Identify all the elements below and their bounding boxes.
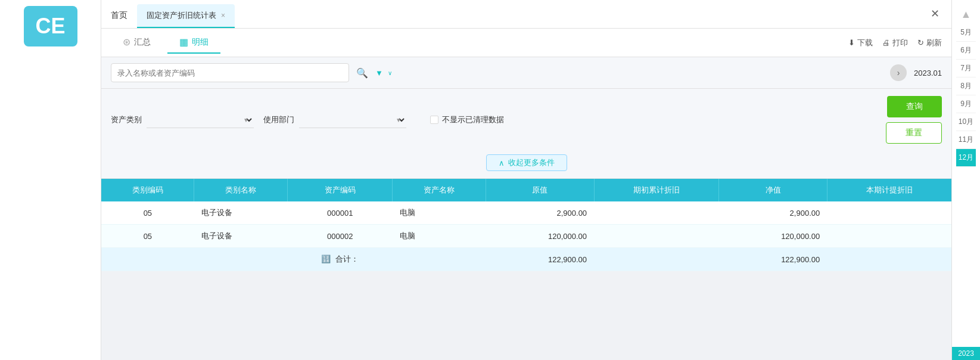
- sub-tab-summary-label: 汇总: [134, 37, 151, 48]
- arrow-right-icon: ›: [897, 68, 900, 77]
- total-current-dep: [827, 248, 951, 271]
- cell-current-dep: [827, 225, 951, 248]
- left-sidebar: CE: [0, 0, 101, 360]
- collapse-row: ∧ 收起更多条件: [111, 150, 942, 173]
- total-original-value: 122,900.00: [486, 248, 594, 271]
- cell-current-dep: [827, 201, 951, 225]
- sub-tab-actions: ⬇ 下载 🖨 打印 ↻ 刷新: [848, 38, 942, 48]
- tab-summary[interactable]: ⊛ 汇总: [111, 32, 163, 54]
- month-item[interactable]: 8月: [956, 77, 976, 95]
- print-label: 打印: [892, 38, 908, 48]
- filter-row-1: 资产类别 ▼ 使用部门 ▼ 不显示已清理数: [111, 96, 942, 144]
- table-wrapper: 类别编码 类别名称 资产编码 资产名称 原值 期初累计折旧 净值 本期计提折旧 …: [101, 179, 951, 360]
- total-net-value: 122,900.00: [719, 248, 827, 271]
- hide-cleared-label: 不显示已清理数据: [442, 114, 504, 125]
- cell-net-value: 120,000.00: [719, 225, 827, 248]
- refresh-button[interactable]: ↻ 刷新: [917, 38, 942, 48]
- search-input[interactable]: [111, 63, 349, 82]
- cell-asset-name: 电脑: [393, 225, 486, 248]
- collapse-up-icon: ∧: [499, 159, 505, 167]
- table-row: 05 电子设备 000001 电脑 2,900.00 2,900.00: [101, 201, 951, 225]
- filter-department: 使用部门 ▼: [263, 111, 402, 128]
- cell-asset-name: 电脑: [393, 201, 486, 225]
- cell-original-value: 120,000.00: [486, 225, 594, 248]
- total-cell-1: [101, 248, 194, 271]
- total-cell-3: [393, 248, 486, 271]
- search-icon[interactable]: 🔍: [356, 67, 368, 79]
- print-button[interactable]: 🖨 打印: [882, 38, 908, 48]
- total-icon: 🔢: [321, 255, 331, 263]
- summary-icon: ⊛: [123, 36, 130, 48]
- col-header-asset-code: 资产编码: [288, 179, 393, 201]
- table-header-row: 类别编码 类别名称 资产编码 资产名称 原值 期初累计折旧 净值 本期计提折旧: [101, 179, 951, 201]
- cell-accumulated-dep: [594, 225, 719, 248]
- filter-asset-type: 资产类别 ▼: [111, 111, 249, 128]
- col-header-asset-name: 资产名称: [393, 179, 486, 201]
- department-label: 使用部门: [263, 114, 294, 125]
- month-item[interactable]: 10月: [956, 113, 976, 131]
- collapse-button[interactable]: ∧ 收起更多条件: [486, 154, 567, 171]
- chevron-down-icon: ∨: [388, 70, 392, 76]
- tab-detail[interactable]: ▦ 明细: [167, 32, 220, 54]
- col-header-category-code: 类别编码: [101, 179, 194, 201]
- cell-accumulated-dep: [594, 201, 719, 225]
- month-item[interactable]: 11月: [956, 131, 976, 149]
- total-accumulated-dep: [594, 248, 719, 271]
- month-item[interactable]: 12月: [956, 149, 976, 167]
- reset-button[interactable]: 重置: [886, 122, 942, 144]
- more-filter-button[interactable]: ▼ ∨: [375, 69, 392, 77]
- query-button[interactable]: 查询: [887, 96, 942, 117]
- tab-active[interactable]: 固定资产折旧统计表 ×: [137, 4, 235, 28]
- refresh-icon: ↻: [917, 38, 924, 47]
- asset-type-arrow-icon: ▼: [243, 117, 249, 123]
- date-label: 2023.01: [914, 69, 942, 77]
- tab-active-label: 固定资产折旧统计表: [147, 10, 216, 21]
- data-table: 类别编码 类别名称 资产编码 资产名称 原值 期初累计折旧 净值 本期计提折旧 …: [101, 179, 951, 271]
- col-header-net-value: 净值: [719, 179, 827, 201]
- filter-area: 资产类别 ▼ 使用部门 ▼ 不显示已清理数: [101, 89, 951, 179]
- hide-cleared-checkbox[interactable]: [430, 116, 438, 124]
- asset-type-select[interactable]: [147, 111, 254, 128]
- col-header-accumulated-dep: 期初累计折旧: [594, 179, 719, 201]
- total-cell-2: [194, 248, 288, 271]
- download-label: 下载: [857, 38, 873, 48]
- cell-asset-code: 000002: [288, 225, 393, 248]
- total-row: 🔢 合计： 122,900.00 122,900.00: [101, 248, 951, 271]
- nav-arrow-button[interactable]: ›: [890, 64, 907, 81]
- col-header-original-value: 原值: [486, 179, 594, 201]
- month-item[interactable]: 5月: [956, 24, 976, 42]
- logo-text: CE: [35, 14, 65, 39]
- print-icon: 🖨: [882, 38, 890, 47]
- right-sidebar: ▲ 5月6月7月8月9月10月11月12月 2023: [951, 0, 980, 360]
- department-select[interactable]: [299, 111, 406, 128]
- months-container: 5月6月7月8月9月10月11月12月: [956, 24, 976, 167]
- search-bar: 🔍 ▼ ∨ › 2023.01: [101, 57, 951, 89]
- cell-original-value: 2,900.00: [486, 201, 594, 225]
- tab-close-icon[interactable]: ×: [221, 11, 225, 20]
- asset-type-label: 资产类别: [111, 114, 142, 125]
- month-item[interactable]: 9月: [956, 95, 976, 113]
- cell-category-name: 电子设备: [194, 225, 288, 248]
- detail-icon: ▦: [179, 36, 188, 48]
- sub-tab-detail-label: 明细: [192, 37, 209, 48]
- cell-category-code: 05: [101, 225, 194, 248]
- total-label: 合计：: [335, 255, 359, 263]
- month-item[interactable]: 7月: [956, 60, 976, 77]
- tab-home-label: 首页: [111, 10, 127, 21]
- table-row: 05 电子设备 000002 电脑 120,000.00 120,000.00: [101, 225, 951, 248]
- col-header-current-dep: 本期计提折旧: [827, 179, 951, 201]
- refresh-label: 刷新: [926, 38, 942, 48]
- month-item[interactable]: 6月: [956, 42, 976, 60]
- tab-home[interactable]: 首页: [101, 4, 137, 28]
- logo: CE: [24, 6, 77, 46]
- download-button[interactable]: ⬇ 下载: [848, 38, 873, 48]
- department-arrow-icon: ▼: [396, 117, 402, 123]
- scroll-up-button[interactable]: ▲: [957, 5, 976, 24]
- hide-cleared-checkbox-item[interactable]: 不显示已清理数据: [430, 114, 504, 125]
- window-close-icon: ✕: [931, 7, 939, 20]
- collapse-label: 收起更多条件: [508, 157, 555, 168]
- tab-bar: 首页 固定资产折旧统计表 × ✕: [101, 0, 951, 29]
- year-badge[interactable]: 2023: [952, 347, 980, 360]
- sub-tab-bar: ⊛ 汇总 ▦ 明细 ⬇ 下载 🖨 打印 ↻ 刷新: [101, 29, 951, 57]
- window-close-button[interactable]: ✕: [931, 0, 951, 28]
